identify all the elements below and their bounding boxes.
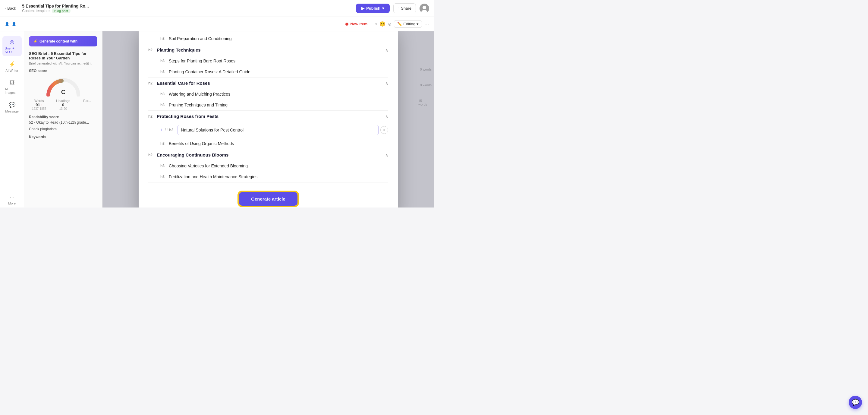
svg-point-1	[423, 6, 426, 9]
keywords-label: Keywords	[29, 135, 97, 139]
heading-text-4: Essential Care for Roses	[157, 81, 385, 86]
left-panel: ⚡ Generate content with SEO Brief : 5 Es…	[24, 31, 102, 208]
page-subtitle: Content template: Blog post	[22, 8, 352, 13]
heading-text-6: Pruning Techniques and Timing	[169, 102, 388, 107]
words-value: 91 ↑	[29, 102, 50, 107]
readability-value: 52 - Okay to Read (10th-12th grade...	[29, 120, 97, 124]
heading-tag-0: h3	[160, 36, 169, 41]
outline-item-13: h2 Conclusion	[148, 182, 388, 186]
outline-item-11: h3 Choosing Varieties for Extended Bloom…	[148, 160, 388, 171]
headings-range: 13-20	[53, 107, 73, 110]
words-label: Words	[29, 99, 50, 102]
message-icon: 💬	[9, 101, 16, 108]
seo-score-label: SEO score	[29, 69, 97, 73]
heading-text-0: Soil Preparation and Conditioning	[169, 36, 388, 41]
new-item-button[interactable]: New Item	[345, 22, 367, 26]
seo-gauge: C	[45, 76, 82, 96]
heading-text-1: Planting Techniques	[157, 47, 385, 53]
outline-item-8: + ⠿ h3 ×	[148, 122, 388, 138]
heading-text-5: Watering and Mulching Practices	[169, 92, 388, 96]
outline-item-0: h3 Soil Preparation and Conditioning	[148, 33, 388, 44]
drag-handle-8[interactable]: ⠿	[165, 127, 168, 132]
outline-item-10: h2 Encouraging Continuous Blooms ∧	[148, 149, 388, 160]
heading-tag-8: h3	[169, 128, 178, 132]
readability-label: Readability score	[29, 115, 97, 119]
dropdown-chevron-icon: ▾	[375, 22, 377, 26]
more-options-icon[interactable]: ⋯	[424, 21, 429, 27]
add-icon-8[interactable]: +	[160, 127, 163, 133]
generate-article-button[interactable]: Generate article	[239, 192, 297, 206]
collapse-icon-7[interactable]: ∧	[385, 114, 388, 119]
template-badge: Blog post	[52, 8, 70, 13]
sidebar-item-brief-seo[interactable]: ◎ Brief + SEO	[2, 36, 22, 56]
share-icon: ↑	[398, 6, 400, 10]
sidebar-item-ai-writer[interactable]: ⚡ AI Writer	[2, 59, 22, 75]
heading-tag-11: h3	[160, 164, 169, 168]
heading-tag-9: h3	[160, 142, 169, 146]
brief-seo-icon: ◎	[10, 39, 14, 45]
heading-tag-4: h2	[148, 81, 157, 85]
generate-content-button[interactable]: ⚡ Generate content with	[29, 36, 97, 47]
publish-chevron-icon: ▾	[382, 6, 384, 10]
heading-text-3: Planting Container Roses: A Detailed Gui…	[169, 69, 388, 74]
words-stat: Words 91 ↑ 1237-1856	[29, 99, 50, 110]
editable-heading-input[interactable]	[178, 125, 378, 135]
publish-button[interactable]: ▶ Publish ▾	[356, 4, 390, 13]
share-button[interactable]: ↑ Share	[393, 3, 416, 13]
sidebar-item-message[interactable]: 💬 Message	[2, 99, 22, 116]
sidebar-item-label: Message	[5, 110, 19, 113]
collapse-icon-10[interactable]: ∧	[385, 153, 388, 157]
top-bar: ‹ Back 5 Essential Tips for Planting Ro.…	[0, 0, 434, 17]
sidebar-item-more[interactable]: ⋯ More	[2, 191, 22, 208]
sidebar-item-ai-images[interactable]: 🖼 AI Images	[2, 77, 22, 97]
para-label: Par...	[77, 99, 97, 102]
red-dot-icon	[345, 23, 348, 26]
page-title: 5 Essential Tips for Planting Ro...	[22, 4, 352, 8]
outline-item-1: h2 Planting Techniques ∧	[148, 44, 388, 56]
sidebar-item-label: Brief + SEO	[5, 47, 19, 54]
editing-badge[interactable]: ✏️ Editing ▾	[394, 20, 422, 28]
heading-tag-5: h3	[160, 92, 169, 96]
heading-tag-7: h2	[148, 114, 157, 119]
headings-label: Headings	[53, 99, 73, 102]
toolbar-icon-1: 👤	[5, 22, 9, 26]
collapse-icon-1[interactable]: ∧	[385, 48, 388, 53]
plagiarism-check[interactable]: Check plagiarism	[29, 127, 97, 131]
pencil-icon: ✏️	[397, 22, 402, 26]
heading-text-11: Choosing Varieties for Extended Blooming	[169, 164, 388, 168]
sidebar: ◎ Brief + SEO ⚡ AI Writer 🖼 AI Images 💬 …	[0, 31, 24, 208]
ai-images-icon: 🖼	[9, 80, 15, 86]
seo-brief-subtitle: Brief generated with AI. You can re... e…	[29, 62, 97, 65]
modal-body: h3 Soil Preparation and Conditioning h2 …	[138, 31, 398, 186]
modal-footer: Generate article	[138, 186, 398, 208]
outline-item-7: h2 Protecting Roses from Pests ∧	[148, 110, 388, 122]
outline-modal: h3 Soil Preparation and Conditioning h2 …	[138, 31, 398, 208]
toolbar-icon-2: 👤	[12, 22, 16, 26]
avatar[interactable]	[420, 4, 429, 13]
lightning-icon: ⚡	[33, 39, 38, 43]
generate-btn-label: Generate content with	[39, 39, 78, 43]
heading-tag-2: h3	[160, 59, 169, 63]
more-icon: ⋯	[9, 194, 15, 200]
outline-item-5: h3 Watering and Mulching Practices	[148, 89, 388, 99]
back-label: Back	[7, 6, 16, 10]
heading-tag-12: h3	[160, 175, 169, 179]
back-button[interactable]: ‹ Back	[5, 6, 16, 10]
outline-item-12: h3 Fertilization and Health Maintenance …	[148, 171, 388, 182]
emoji-icon: 😊	[379, 21, 385, 27]
editing-chevron-icon: ▾	[416, 22, 418, 26]
heading-text-12: Fertilization and Health Maintenance Str…	[169, 174, 388, 179]
subtitle-text: Content template:	[22, 9, 51, 13]
main-area: h3 Soil Preparation and Conditioning h2 …	[102, 31, 434, 208]
sidebar-item-label: AI Writer	[5, 69, 19, 72]
back-icon: ‹	[5, 6, 6, 10]
editing-label: Editing	[403, 22, 415, 26]
sidebar-item-label: AI Images	[5, 87, 19, 94]
collapse-icon-4[interactable]: ∧	[385, 81, 388, 86]
secondary-toolbar: 👤 👤 New Item ▾ 😊 ⊘ ✏️ Editing ▾ ⋯	[0, 17, 434, 31]
headings-stat: Headings 0 13-20	[53, 99, 73, 110]
words-up-icon: ↑	[41, 103, 42, 107]
publish-label: Publish	[366, 6, 380, 10]
clear-input-button[interactable]: ×	[380, 126, 388, 134]
sidebar-item-label: More	[8, 202, 16, 205]
